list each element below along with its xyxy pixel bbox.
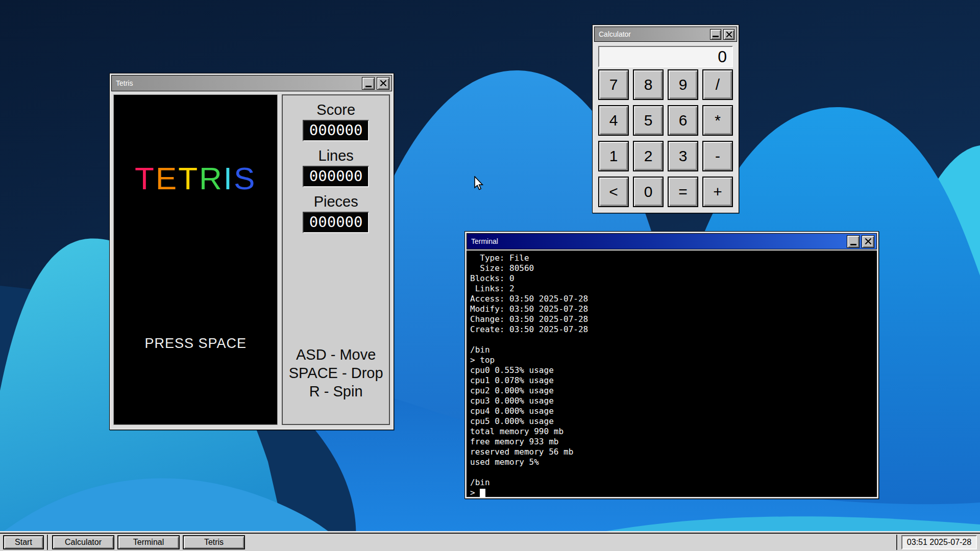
terminal-line: free memory 933 mb [470,437,873,447]
terminal-line: cpu0 0.553% usage [470,365,873,375]
terminal-line [470,335,873,345]
stat-value-pieces: 000000 [303,212,369,233]
terminal-output: Type: File Size: 80560Blocks: 0 Links: 2… [470,253,873,488]
calc-button-9[interactable]: 9 [668,69,698,100]
terminal-line: Size: 80560 [470,263,873,273]
tetris-logo-letter: S [234,161,256,196]
tetris-window: Tetris TETRIS PRESS SPACE Score 000000 L… [109,73,394,430]
terminal-line: reserved memory 56 mb [470,447,873,457]
calc-button-5[interactable]: 5 [633,105,664,136]
minimize-button[interactable] [847,235,860,248]
calc-button-4[interactable]: 4 [598,105,629,136]
tetris-logo-letter: R [199,161,224,196]
calc-button-2[interactable]: 2 [633,141,664,171]
terminal-line [470,467,873,478]
terminal-screen[interactable]: Type: File Size: 80560Blocks: 0 Links: 2… [467,251,877,497]
stat-value-lines: 000000 [303,166,369,187]
terminal-line: cpu3 0.000% usage [470,396,873,406]
taskbar-button-terminal[interactable]: Terminal [117,535,180,549]
minimize-icon [713,36,719,37]
taskbar-clock: 03:51 2025-07-28 [901,535,977,549]
terminal-line: Change: 03:50 2025-07-28 [470,314,873,324]
instruction-line: R - Spin [283,382,389,400]
terminal-window: Terminal Type: File Size: 80560Blocks: 0… [464,231,879,499]
terminal-line: > top [470,355,873,365]
calc-button-multiply[interactable]: * [702,105,733,136]
terminal-line: Type: File [470,253,873,263]
terminal-line: Links: 2 [470,284,873,294]
tetris-logo-letter: E [156,161,178,196]
calculator-window: Calculator 0 7 8 9 / 4 5 6 * 1 2 3 - < 0… [592,24,739,213]
taskbar-button-tetris[interactable]: Tetris [183,535,245,549]
minimize-icon [850,244,856,245]
terminal-line: cpu2 0.000% usage [470,386,873,396]
instruction-line: SPACE - Drop [283,364,389,382]
window-title: Tetris [116,79,360,87]
close-button[interactable] [377,77,389,90]
calculator-keypad: 7 8 9 / 4 5 6 * 1 2 3 - < 0 = + [598,69,733,207]
tetris-game-area[interactable]: TETRIS PRESS SPACE [113,94,278,425]
terminal-titlebar[interactable]: Terminal [467,233,877,249]
tetris-logo-letter: I [224,161,234,196]
taskbar: Start Calculator Terminal Tetris 03:51 2… [0,533,980,551]
calc-button-equals[interactable]: = [668,177,698,207]
tetris-logo-letter: T [178,161,199,196]
window-title: Calculator [599,30,708,38]
mouse-cursor [474,176,484,190]
tetris-logo: TETRIS [114,160,277,196]
stat-label-score: Score [283,102,389,118]
calc-button-plus[interactable]: + [702,177,733,207]
taskbar-button-calculator[interactable]: Calculator [52,535,114,549]
terminal-line: cpu5 0.000% usage [470,416,873,427]
terminal-line: cpu1 0.078% usage [470,375,873,386]
calc-button-1[interactable]: 1 [598,141,629,171]
tetris-titlebar[interactable]: Tetris [111,75,392,91]
calc-button-8[interactable]: 8 [633,69,664,100]
terminal-prompt-line: > [470,488,873,498]
tetris-logo-letter: T [135,161,156,196]
terminal-line: Blocks: 0 [470,273,873,284]
minimize-icon [365,86,372,87]
calc-button-7[interactable]: 7 [598,69,629,100]
tetris-window-body: TETRIS PRESS SPACE Score 000000 Lines 00… [111,91,392,428]
calculator-titlebar[interactable]: Calculator [594,27,737,42]
calc-button-0[interactable]: 0 [633,177,664,207]
terminal-line: used memory 5% [470,457,873,467]
terminal-cursor [480,489,485,497]
calc-button-3[interactable]: 3 [668,141,698,171]
press-space-text: PRESS SPACE [114,336,277,352]
close-icon [380,80,387,87]
calc-button-minus[interactable]: - [702,141,733,171]
calc-button-backspace[interactable]: < [598,177,629,207]
taskbar-button-start[interactable]: Start [3,535,44,549]
calculator-display: 0 [598,46,733,67]
terminal-line: Modify: 03:50 2025-07-28 [470,304,873,314]
stat-label-lines: Lines [283,147,389,164]
close-button[interactable] [723,29,734,40]
close-icon [726,31,732,38]
minimize-button[interactable] [710,29,721,40]
stat-value-score: 000000 [303,120,369,141]
taskbar-separator [47,535,48,550]
stat-label-pieces: Pieces [283,193,389,210]
close-button[interactable] [862,235,874,248]
terminal-line: cpu4 0.000% usage [470,406,873,416]
window-title: Terminal [471,237,845,245]
calc-button-divide[interactable]: / [702,69,733,100]
terminal-line: Access: 03:50 2025-07-28 [470,294,873,304]
terminal-prompt: > [470,488,480,497]
calc-button-6[interactable]: 6 [668,105,698,136]
terminal-line: total memory 990 mb [470,427,873,437]
taskbar-separator [896,535,897,550]
close-icon [865,238,872,245]
terminal-line: /bin [470,478,873,488]
terminal-line: /bin [470,345,873,355]
instruction-line: ASD - Move [283,345,389,364]
tetris-instructions: ASD - Move SPACE - Drop R - Spin [283,345,389,400]
tetris-side-panel: Score 000000 Lines 000000 Pieces 000000 … [282,94,390,425]
terminal-line: Create: 03:50 2025-07-28 [470,324,873,335]
minimize-button[interactable] [362,77,375,90]
